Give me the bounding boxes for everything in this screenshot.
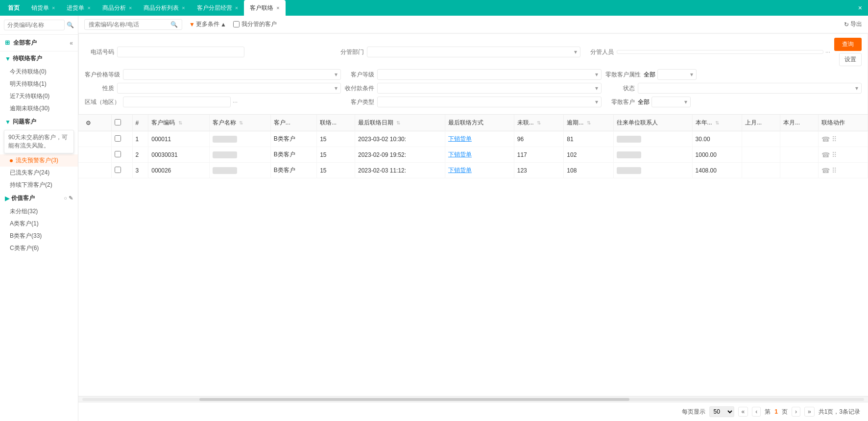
tab-customer-layer-close[interactable]: × — [235, 5, 238, 11]
tab-product-analysis-close[interactable]: × — [129, 5, 132, 11]
per-page-select[interactable]: 50 100 200 — [709, 406, 734, 417]
sidebar-item-churned[interactable]: 已流失客户(24) — [0, 167, 78, 179]
filter-more-btn[interactable]: ▼ 更多条件 ▲ — [186, 19, 229, 30]
row-contact-type-1[interactable]: 下销货单 — [445, 147, 514, 163]
col-code[interactable]: 客户编码 ⇅ — [148, 115, 210, 131]
retail-attr-select[interactable]: ▾ — [657, 69, 697, 80]
next-page-btn[interactable]: › — [792, 407, 800, 417]
my-customers-wrap[interactable]: 我分管的客户 — [233, 20, 277, 28]
sidebar-search-input[interactable] — [4, 20, 65, 30]
export-button[interactable]: ↻ 导出 — [844, 20, 862, 28]
tab-sales-close[interactable]: × — [52, 5, 55, 11]
sort-icon-year: ⇅ — [715, 120, 719, 125]
tab-customer-layer[interactable]: 客户分层经营 × — [191, 0, 244, 16]
sidebar-item-b-class[interactable]: B类客户(33) — [0, 230, 78, 242]
tab-product-list-close[interactable]: × — [182, 5, 185, 11]
tab-customer-layer-label: 客户分层经营 — [197, 4, 232, 12]
prev-page-btn[interactable]: ‹ — [752, 407, 761, 417]
last-page-btn[interactable]: » — [804, 407, 815, 417]
filter-row-3: 性质 ▾ 收付款条件 ▾ 状态 — [85, 83, 862, 94]
sidebar-item-week[interactable]: 近7天待联络(0) — [0, 90, 78, 102]
first-page-btn[interactable]: « — [738, 407, 748, 417]
row-name-1 — [209, 147, 270, 163]
action-more-icon-0[interactable]: ⠿ — [832, 135, 837, 143]
price-grade-select[interactable]: ▾ — [123, 69, 341, 80]
scrollbar-track[interactable] — [82, 398, 864, 401]
tab-home[interactable]: 首页 — [2, 0, 25, 16]
sidebar-group-pending[interactable]: ▼ 待联络客户 — [0, 51, 78, 66]
col-this-year[interactable]: 本年... ⇅ — [692, 115, 742, 131]
tab-product-analysis[interactable]: 商品分析 × — [96, 0, 138, 16]
sidebar-item-today[interactable]: 今天待联络(0) — [0, 66, 78, 78]
row-checkbox-1[interactable] — [111, 147, 132, 163]
tab-purchase[interactable]: 进货单 × — [61, 0, 96, 16]
col-checkbox[interactable] — [111, 115, 132, 131]
tab-purchase-close[interactable]: × — [87, 5, 90, 11]
row-contact-type-2[interactable]: 下销货单 — [445, 163, 514, 178]
customer-grade-arrow: ▾ — [595, 71, 598, 78]
tab-sales[interactable]: 销货单 × — [25, 0, 61, 16]
my-customers-checkbox[interactable] — [233, 21, 240, 27]
sidebar-item-overdue[interactable]: 逾期未联络(30) — [0, 102, 78, 115]
dept-label: 分管部门 — [335, 48, 364, 56]
region-more[interactable]: ··· — [233, 99, 238, 105]
row-last-month-2 — [742, 163, 780, 178]
dept-select[interactable]: ▾ — [367, 47, 580, 57]
sidebar-item-tomorrow[interactable]: 明天待联络(1) — [0, 78, 78, 90]
customer-grade-select[interactable]: ▾ — [377, 69, 601, 80]
phone-input[interactable] — [117, 47, 244, 57]
col-no-contact[interactable]: 未联... ⇅ — [514, 115, 564, 131]
action-more-icon-1[interactable]: ⠿ — [832, 151, 837, 159]
action-more-icon-2[interactable]: ⠿ — [832, 167, 837, 174]
action-phone-icon-2[interactable]: ☎ — [821, 167, 830, 174]
refresh-icon: ↻ — [844, 21, 849, 28]
nature-select[interactable]: ▾ — [117, 83, 341, 94]
tab-customer-contact-close[interactable]: × — [276, 5, 279, 11]
scrollbar-thumb[interactable] — [199, 398, 629, 401]
sidebar-item-declining[interactable]: 持续下滑客户(2) — [0, 179, 78, 191]
manager-more-icon[interactable]: ··· — [825, 49, 830, 55]
region-input[interactable] — [123, 97, 231, 107]
settings-button[interactable]: 设置 — [839, 53, 862, 66]
row-contact-2: 15 — [317, 163, 355, 178]
payment-select[interactable]: ▾ — [377, 83, 601, 94]
row-overdue-0: 81 — [564, 131, 614, 147]
col-overdue[interactable]: 逾期... ⇅ — [564, 115, 614, 131]
search-icon[interactable]: 🔍 — [170, 21, 178, 28]
filter-field-manager: 分管人员 ··· — [584, 48, 830, 56]
row-checkbox-0[interactable] — [111, 131, 132, 147]
retail-select[interactable]: ▾ — [651, 97, 691, 107]
select-all-checkbox[interactable] — [115, 119, 121, 125]
col-gear[interactable]: ⚙ — [78, 115, 111, 131]
col-last-contact-date[interactable]: 最后联络日期 ⇅ — [355, 115, 445, 131]
col-name[interactable]: 客户名称 ⇅ — [209, 115, 270, 131]
sidebar-item-a-class[interactable]: A类客户(1) — [0, 218, 78, 230]
row-code-2: 000026 — [148, 163, 210, 178]
tab-product-list[interactable]: 商品分析列表 × — [138, 0, 191, 16]
sidebar-search-icon[interactable]: 🔍 — [67, 22, 74, 28]
action-phone-icon-0[interactable]: ☎ — [821, 135, 830, 143]
table-row: 1 000011 B类客户 15 2023-03-02 10:30: 下销货单 … — [78, 131, 868, 147]
table-container: ⚙ # 客户编码 ⇅ 客户名称 ⇅ — [78, 114, 868, 396]
window-close-button[interactable]: × — [854, 4, 866, 12]
tab-customer-contact[interactable]: 客户联络 × — [244, 0, 285, 16]
row-contact-type-0[interactable]: 下销货单 — [445, 131, 514, 147]
status-select[interactable]: ▾ — [638, 83, 862, 94]
row-date-1: 2023-02-09 19:52: — [355, 147, 445, 163]
customer-type-select[interactable]: ▾ — [377, 97, 601, 107]
sidebar-item-ungroup[interactable]: 未分组(32) — [0, 205, 78, 218]
action-phone-icon-1[interactable]: ☎ — [821, 151, 830, 159]
sidebar-group-value[interactable]: ▶ 价值客户 ○ ✎ — [0, 191, 78, 205]
manager-select[interactable] — [617, 50, 823, 54]
query-button[interactable]: 查询 — [834, 38, 862, 51]
search-input[interactable] — [89, 21, 169, 28]
sidebar-item-churn-warning[interactable]: 流失预警客户(3) — [0, 154, 78, 167]
sidebar-search-wrap: 🔍 — [0, 16, 78, 35]
row-name-0 — [209, 131, 270, 147]
horizontal-scrollbar[interactable] — [78, 396, 868, 402]
sidebar-item-c-class[interactable]: C类客户(6) — [0, 242, 78, 254]
sidebar-all-customers[interactable]: ⊞ 全部客户 « — [0, 35, 78, 51]
sidebar-group-problem[interactable]: ▼ 问题客户 — [0, 115, 78, 129]
row-checkbox-2[interactable] — [111, 163, 132, 178]
filter-field-status: 状态 ▾ — [605, 83, 862, 94]
